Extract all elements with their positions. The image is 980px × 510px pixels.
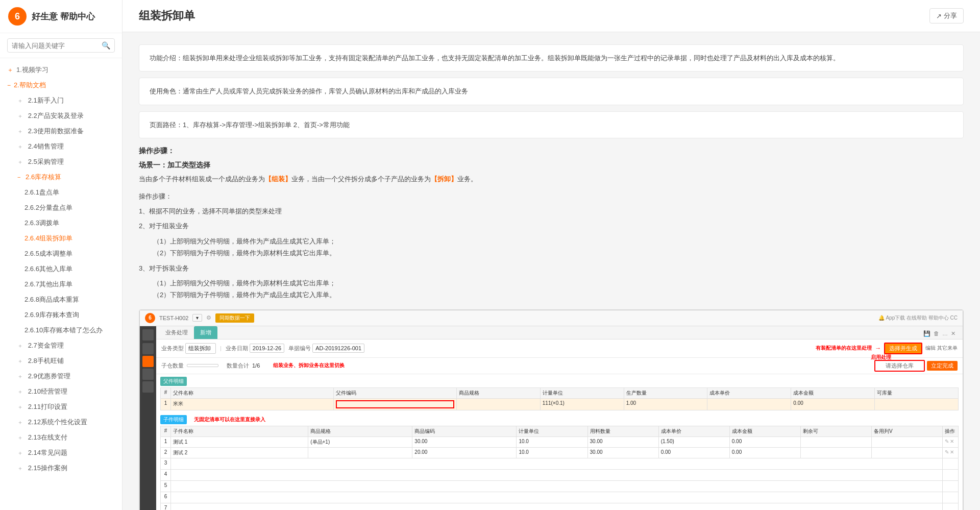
plus-icon-2-10: ＋: [17, 388, 23, 395]
form-date-value[interactable]: 2019-12-26: [250, 344, 284, 353]
sidebar-item-2-2[interactable]: ＋ 2.2产品安装及登录: [0, 108, 122, 124]
sidebar-item-2-8[interactable]: ＋ 2.8手机旺铺: [0, 353, 122, 369]
save-icon[interactable]: 💾: [923, 330, 930, 337]
scene1-title: 场景一：加工类型选择: [139, 161, 964, 170]
steps-area: 操作步骤： 场景一：加工类型选择 当由多个子件材料组装成一个成品的业务为【组装】…: [139, 147, 964, 301]
other-ops[interactable]: …: [942, 330, 948, 337]
search-input[interactable]: [12, 42, 102, 50]
sidebar-item-2-9[interactable]: ＋ 2.9优惠券管理: [0, 369, 122, 384]
sidebar-item-2-7[interactable]: ＋ 2.7资金管理: [0, 338, 122, 353]
label-2-6-9: 2.6.9库存账本查询: [24, 311, 79, 319]
sidebar-item-2-6-6[interactable]: 2.6.6其他入库单: [0, 261, 122, 277]
sidebar-item-2-5[interactable]: ＋ 2.5采购管理: [0, 154, 122, 169]
sub-cell-remain-1: [801, 437, 872, 447]
path-text: 页面路径：1、库存核算->库存管理->组装拆卸单 2、首页->常用功能: [150, 121, 350, 129]
sub-cell-name-2: 测试 2: [171, 448, 308, 458]
col-check: #: [161, 388, 171, 398]
sub-cell-unit-2: 10.0: [517, 448, 587, 458]
sidebar-item-2-6-9[interactable]: 2.6.9库存账本查询: [0, 307, 122, 323]
app-logo: 6: [145, 313, 155, 323]
sidebar-item-2-11[interactable]: ＋ 2.11打印设置: [0, 399, 122, 415]
sidebar-item-2-6-4[interactable]: 2.6.4组装拆卸单: [0, 231, 122, 246]
logo-text: 6: [15, 11, 20, 22]
sub-col-spare: 备用列V: [872, 426, 943, 436]
app-topbar: 6 TEST-H002 ▾ ⚙ 同期数据一下 🔔 App下载 在线帮助 帮助中心…: [140, 310, 963, 326]
close-btn[interactable]: ✕: [951, 330, 955, 337]
app-action-icons: 💾 🗑 … ✕: [919, 328, 960, 339]
step2: 2、对于组装业务: [139, 220, 964, 232]
form-other-btns: 编辑 其它来单: [925, 345, 958, 352]
lower-grid-header: # 子件名称 商品规格 商品编码 计量单位 用料数量 成本单价 成本金额 剩余可: [160, 426, 959, 437]
store-select[interactable]: 请选择仓库: [874, 360, 925, 372]
sidebar-item-2-14[interactable]: ＋ 2.14常见问题: [0, 445, 122, 460]
nav-list: ＋ 1.视频学习 − 2.帮助文档 ＋ 2.1新手入门 ＋ 2.2产品安装及登录…: [0, 58, 122, 510]
sidebar-item-2[interactable]: − 2.帮助文档: [0, 78, 122, 93]
select-and-generate-btn[interactable]: 选择并生成: [884, 343, 922, 354]
step1: 1、根据不同的业务，选择不同单据的类型来处理: [139, 205, 964, 217]
sub-cell-costa-2: 0.00: [730, 448, 801, 458]
sub-col-name: 子件名称: [171, 426, 308, 436]
share-button[interactable]: ↗ 分享: [929, 8, 964, 23]
cell-cost-u: [707, 399, 791, 410]
sidebar-item-2-6-2[interactable]: 2.6.2分量盘点单: [0, 200, 122, 215]
plus-icon-2-12: ＋: [17, 419, 23, 425]
sidebar-item-1[interactable]: ＋ 1.视频学习: [0, 62, 122, 78]
sub-cell-ops-1: ✎ ✕: [943, 437, 958, 447]
delete-icon[interactable]: 🗑: [934, 330, 939, 337]
sub-col-unit: 计量单位: [517, 426, 587, 436]
page-title: 组装拆卸单: [139, 8, 195, 23]
sidebar-label-2: 2.帮助文档: [14, 81, 46, 90]
lower-grid: 子件明细 无固定清单可以在这里直接录入 # 子件名称 商品规格 商品编码 计量单…: [156, 412, 963, 510]
plus-icon-2-11: ＋: [17, 404, 23, 410]
sub-cell-empty-4: [171, 470, 943, 480]
label-2-6-6: 2.6.6其他入库单: [24, 265, 72, 273]
sidebar-item-2-15[interactable]: ＋ 2.15操作案例: [0, 460, 122, 476]
sub-cell-ops-6: [943, 492, 958, 503]
label-2-14: 2.14常见问题: [28, 449, 67, 456]
label-2-6-2: 2.6.2分量盘点单: [24, 204, 72, 211]
sidebar-item-2-3[interactable]: ＋ 2.3使用前数据准备: [0, 124, 122, 139]
cell-code: [334, 399, 457, 410]
plus-icon-2-13: ＋: [17, 434, 23, 441]
search-icon[interactable]: 🔍: [102, 41, 110, 50]
steps-title: 操作步骤：: [139, 147, 964, 156]
tab-business[interactable]: 业务处理: [159, 326, 194, 339]
intro-block-1: 功能介绍：组装拆卸单用来处理企业组装或拆卸等加工业务，支持有固定装配清单的产品加…: [139, 44, 964, 71]
tab-new[interactable]: 新增: [194, 326, 217, 339]
upper-grid-row-1: 1 米米 111(×0.1) 1.00 0.00: [160, 399, 959, 410]
search-box[interactable]: 🔍: [7, 38, 115, 53]
form-date-label: 业务日期: [226, 345, 248, 352]
sidebar-item-2-6-3[interactable]: 2.6.3调拨单: [0, 215, 122, 231]
form-type-value[interactable]: 组装拆卸: [185, 343, 216, 354]
sidebar-item-2-6-10[interactable]: 2.6.10库存账本错了怎么办: [0, 323, 122, 338]
col-parent-name: 父件名称: [171, 388, 334, 398]
sidebar-item-2-12[interactable]: ＋ 2.12系统个性化设置: [0, 415, 122, 430]
scene1-desc-text: 当由多个子件材料组装成一个成品的业务为【组装】业务，当由一个父件拆分成多个子产品…: [139, 175, 477, 183]
form-store-input[interactable]: [187, 364, 218, 367]
cell-spec: [457, 399, 541, 410]
sidebar-item-2-10[interactable]: ＋ 2.10经营管理: [0, 384, 122, 399]
plus-icon-2-3: ＋: [17, 128, 23, 134]
sidebar-item-2-13[interactable]: ＋ 2.13在线支付: [0, 430, 122, 445]
sidebar-item-2-1[interactable]: ＋ 2.1新手入门: [0, 93, 122, 108]
sidebar-item-2-6-1[interactable]: 2.6.1盘点单: [0, 185, 122, 200]
intro-block-2: 使用角色：通常由生产人员或库管人员完成拆装业务的操作，库管人员确认原材料的出库和…: [139, 78, 964, 105]
main-area: 组装拆卸单 ↗ 分享 功能介绍：组装拆卸单用来处理企业组装或拆卸等加工业务，支持…: [122, 0, 980, 510]
sidebar-item-2-6-7[interactable]: 2.6.7其他出库单: [0, 277, 122, 292]
sidebar-item-2-6-8[interactable]: 2.6.8商品成本重算: [0, 292, 122, 307]
sub-cell-spare-2: [872, 448, 943, 458]
plus-icon-2-8: ＋: [17, 358, 23, 364]
sub-cell-ops-4: [943, 470, 958, 480]
confirm-btn[interactable]: 立定完成: [927, 361, 958, 371]
form-order-value[interactable]: AD-20191226-001: [312, 344, 364, 353]
sub-row-1: 1 测试 1 (单品+1) 30.00 10.0 30.00 (1.50) 0.…: [160, 437, 959, 448]
sub-cell-spec-2: [308, 448, 412, 458]
plus-icon-2-7: ＋: [17, 343, 23, 349]
sub-col-cost-u: 成本单价: [659, 426, 730, 436]
annotation-label-3: 启用处理: [871, 354, 891, 361]
sidebar-item-2-6[interactable]: − 2.6库存核算: [0, 169, 122, 185]
sub-cell-unit-1: 10.0: [517, 437, 587, 447]
sidebar-item-2-4[interactable]: ＋ 2.4销售管理: [0, 139, 122, 154]
app-sidebar-icon-active: [142, 356, 154, 367]
sidebar-item-2-6-5[interactable]: 2.6.5成本调整单: [0, 246, 122, 261]
